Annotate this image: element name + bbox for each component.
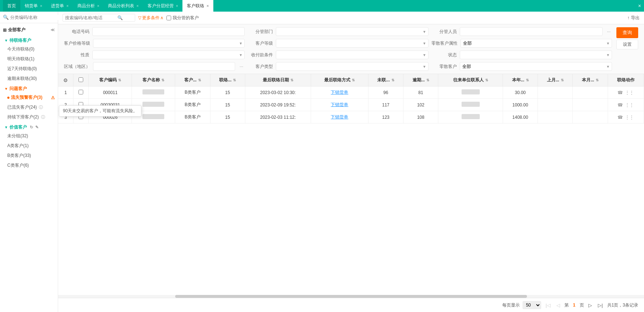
manager-input[interactable]: [460, 27, 603, 36]
sort-type-icon[interactable]: ⇅: [198, 78, 201, 82]
warning-icon: ⚠: [51, 95, 55, 100]
section-valued[interactable]: ▼ 价值客户 ↻ ✎: [0, 122, 58, 131]
sidebar-item-declining[interactable]: 持续下滑客户(2) ⓘ: [0, 112, 58, 122]
sidebar-item-ungrouped[interactable]: 未分组(32): [0, 131, 58, 141]
sidebar-item-class-b[interactable]: B类客户(33): [0, 151, 58, 161]
customer-type-select[interactable]: [276, 62, 428, 71]
sort-unit-contact-icon[interactable]: ⇅: [485, 78, 488, 82]
retail-customer-label: 零散客户: [431, 64, 457, 70]
sort-contact-icon[interactable]: ⇅: [233, 78, 236, 82]
more-conditions-btn[interactable]: ▽ 更多条件 ∧: [138, 15, 164, 21]
sidebar-item-7day-contact[interactable]: 近7天待联络(0): [0, 64, 58, 74]
section-pending[interactable]: ▼ 待联络客户: [0, 35, 58, 44]
sidebar-item-lost-warning[interactable]: 流失预警客户(3) ⚠: [0, 93, 58, 102]
search-input[interactable]: [65, 15, 116, 20]
all-customers-header[interactable]: ⊞ 全部客户 ≪: [0, 25, 58, 35]
sort-last-method-icon[interactable]: ⇅: [352, 78, 355, 82]
horizontal-scrollbar[interactable]: [58, 295, 644, 298]
export-button[interactable]: ↑ 导出: [627, 15, 640, 21]
section-problem[interactable]: ▼ 问题客户: [0, 84, 58, 93]
action-more-icon[interactable]: ⋮⋮: [625, 115, 634, 120]
close-tab-sales[interactable]: ×: [40, 4, 42, 8]
prev-page-btn[interactable]: ◁: [555, 302, 562, 309]
manager-dots-btn[interactable]: ···: [605, 29, 612, 34]
refresh-icon[interactable]: ↻: [30, 125, 33, 130]
sort-overdue-icon[interactable]: ⇅: [426, 78, 429, 82]
my-customers-checkbox[interactable]: [166, 16, 171, 20]
action-phone-icon[interactable]: ☎: [617, 90, 623, 95]
tab-customer-contact[interactable]: 客户联络 ×: [182, 0, 213, 12]
next-page-btn[interactable]: ▷: [587, 302, 593, 309]
dept-select[interactable]: [276, 27, 428, 36]
sort-last-month-icon[interactable]: ⇅: [561, 78, 564, 82]
sort-this-year-icon[interactable]: ⇅: [526, 78, 529, 82]
search-button[interactable]: 🔍: [117, 15, 123, 20]
row-checkbox[interactable]: [79, 90, 83, 94]
table-row: 2 00030031 B类客户 15 2023-02-09 19:52: 下销货…: [58, 99, 644, 111]
phone-input[interactable]: [92, 27, 245, 36]
sidebar-item-tomorrow-contact[interactable]: 明天待联络(1): [0, 54, 58, 64]
action-phone-icon[interactable]: ☎: [617, 102, 623, 108]
action-phone-icon[interactable]: ☎: [617, 115, 623, 120]
retail-attr-select[interactable]: 全部: [460, 39, 612, 48]
sort-uncontacted-icon[interactable]: ⇅: [391, 78, 394, 82]
close-tab-purchase[interactable]: ×: [66, 4, 68, 8]
retail-customer-select-wrap: 全部 ▼: [460, 62, 612, 71]
cell-contact: 15: [210, 111, 245, 123]
customer-grade-select-wrap: ▼: [276, 39, 428, 48]
sidebar-search-input[interactable]: [10, 15, 65, 20]
action-more-icon[interactable]: ⋮⋮: [625, 102, 634, 108]
sort-this-month-icon[interactable]: ⇅: [596, 78, 599, 82]
sort-last-date-icon[interactable]: ⇅: [290, 78, 293, 82]
last-method-link[interactable]: 下销货单: [331, 114, 348, 119]
sidebar-item-today-contact[interactable]: 今天待联络(0): [0, 44, 58, 54]
first-page-btn[interactable]: |◁: [544, 302, 552, 309]
tab-home[interactable]: 首页: [3, 0, 20, 12]
tab-sales[interactable]: 销货单 ×: [20, 0, 47, 12]
customer-grade-select[interactable]: [276, 39, 428, 48]
retail-customer-select[interactable]: 全部: [460, 62, 612, 71]
action-more-icon[interactable]: ⋮⋮: [625, 90, 634, 95]
region-input[interactable]: [93, 62, 235, 71]
settings-button[interactable]: 设置: [616, 40, 638, 49]
cell-uncontacted: 117: [368, 99, 403, 111]
column-settings-button[interactable]: ⚙: [63, 77, 68, 83]
sidebar-item-lost[interactable]: 已流失客户(24) ⓘ: [0, 102, 58, 112]
sort-name-icon[interactable]: ⇅: [161, 78, 164, 82]
close-tab-customer-contact[interactable]: ×: [206, 4, 209, 8]
retail-attr-label: 零散客户属性: [431, 40, 458, 46]
edit-icon[interactable]: ✎: [35, 125, 39, 130]
filter-phone: 电话号码: [64, 27, 245, 36]
nature-select[interactable]: [92, 50, 245, 59]
per-page-label: 每页显示: [502, 302, 520, 308]
query-button[interactable]: 查询: [616, 27, 638, 38]
collapse-icon[interactable]: ≪: [51, 28, 55, 32]
status-select[interactable]: [460, 50, 612, 59]
th-contact: 联络... ⇅: [210, 74, 245, 86]
tab-analysis-list[interactable]: 商品分析列表 ×: [104, 0, 143, 12]
tab-customer-tier[interactable]: 客户分层经营 ×: [143, 0, 182, 12]
top-nav: 首页 销货单 × 进货单 × 商品分析 × 商品分析列表 × 客户分层经营 × …: [0, 0, 644, 12]
page-suffix: 页: [580, 302, 584, 308]
last-page-btn[interactable]: ▷|: [596, 302, 604, 309]
tab-purchase[interactable]: 进货单 ×: [47, 0, 73, 12]
region-dots-btn[interactable]: ···: [238, 64, 245, 69]
sidebar-item-overdue-contact[interactable]: 逾期未联络(30): [0, 74, 58, 84]
scrollbar-thumb[interactable]: [175, 295, 527, 298]
sidebar-item-class-a[interactable]: A类客户(1): [0, 141, 58, 151]
close-tab-customer-tier[interactable]: ×: [176, 4, 178, 8]
sidebar-item-class-c[interactable]: C类客户(6): [0, 161, 58, 170]
per-page-select[interactable]: 50 10 20 100: [523, 301, 541, 309]
close-tab-analysis[interactable]: ×: [97, 4, 99, 8]
cell-type: B类客户: [175, 86, 210, 99]
tab-analysis[interactable]: 商品分析 ×: [73, 0, 104, 12]
last-method-link[interactable]: 下销货单: [331, 102, 348, 107]
last-method-link[interactable]: 下销货单: [331, 90, 348, 95]
close-all-tabs[interactable]: ×: [638, 3, 641, 9]
close-tab-analysis-list[interactable]: ×: [136, 4, 138, 8]
sort-code-icon[interactable]: ⇅: [118, 78, 121, 82]
table-area: ⚙ 客户编码 ⇅ 客户名称: [58, 74, 644, 295]
price-grade-select[interactable]: [93, 39, 245, 48]
payment-select[interactable]: [276, 50, 428, 59]
select-all-checkbox[interactable]: [79, 77, 83, 82]
